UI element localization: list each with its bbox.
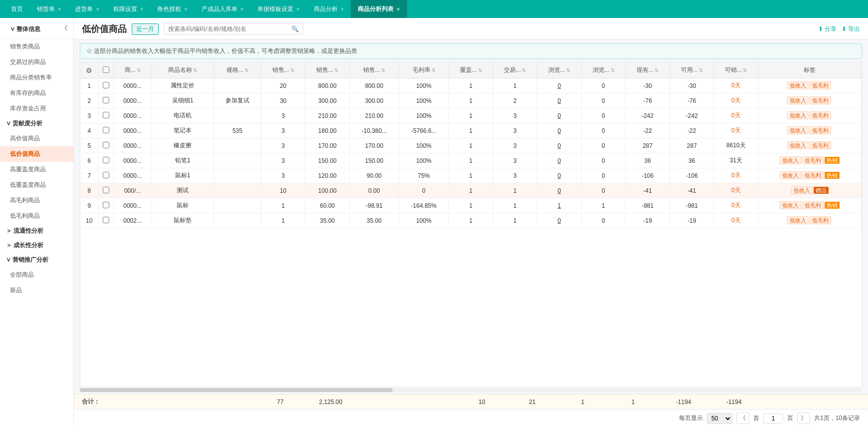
close-icon[interactable]: × xyxy=(184,6,187,12)
cell-stock1: -22 xyxy=(626,123,670,138)
th-sales-qty[interactable]: 销售...⇅ xyxy=(261,62,305,78)
nav-role-auth[interactable]: 角色授权 × xyxy=(150,0,194,18)
row-checkbox[interactable] xyxy=(103,187,109,193)
horizontal-scrollbar[interactable] xyxy=(80,388,862,392)
sidebar-item-stock-goods[interactable]: 有库存的商品 xyxy=(0,85,73,101)
select-all-checkbox[interactable] xyxy=(103,66,109,73)
sidebar-item-new-goods[interactable]: 新品 xyxy=(0,283,73,298)
sidebar-item-high-margin[interactable]: 高毛利商品 xyxy=(0,193,73,208)
th-gross-rate[interactable]: 毛利率⇅ xyxy=(399,62,449,78)
row-checkbox[interactable] xyxy=(103,82,109,88)
page-number-input[interactable] xyxy=(763,414,783,424)
row-checkbox[interactable] xyxy=(103,142,109,148)
export-button[interactable]: ⬇ 导出 xyxy=(842,25,860,33)
last-page-button[interactable]: 》 xyxy=(797,413,810,424)
nav-template-settings[interactable]: 单据模板设置 × xyxy=(250,0,306,18)
views-link[interactable]: 0 xyxy=(558,112,561,119)
footer-label: 合计： xyxy=(82,398,100,406)
views-link[interactable]: 0 xyxy=(558,82,561,89)
close-icon[interactable]: × xyxy=(58,6,61,12)
nav-home[interactable]: 首页 xyxy=(4,0,30,18)
row-checkbox[interactable] xyxy=(103,157,109,163)
th-stock1[interactable]: 现有...⇅ xyxy=(626,62,670,78)
sidebar-item-category-sales[interactable]: 商品分类销售率 xyxy=(0,70,73,85)
cell-checkbox[interactable] xyxy=(98,93,113,108)
views-link[interactable]: 0 xyxy=(558,142,561,149)
cell-checkbox[interactable] xyxy=(98,213,113,228)
th-settings[interactable]: ⚙ xyxy=(80,62,98,78)
row-checkbox[interactable] xyxy=(103,112,109,118)
tag-hot: 热销 xyxy=(825,202,840,209)
close-icon[interactable]: × xyxy=(96,6,99,12)
close-icon[interactable]: × xyxy=(397,6,400,12)
row-checkbox[interactable] xyxy=(103,217,109,223)
row-checkbox[interactable] xyxy=(103,97,109,103)
sidebar-item-low-value[interactable]: 低价值商品 xyxy=(0,146,73,162)
th-available[interactable]: 可用...⇅ xyxy=(670,62,714,78)
scrollbar-thumb[interactable] xyxy=(80,388,393,392)
sidebar-item-sales-goods[interactable]: 销售类商品 xyxy=(0,39,73,54)
cell-gross-rate: 100% xyxy=(399,93,449,108)
views-link[interactable]: 1 xyxy=(558,202,561,209)
row-checkbox[interactable] xyxy=(103,202,109,208)
close-icon[interactable]: × xyxy=(240,6,243,12)
row-checkbox[interactable] xyxy=(103,172,109,178)
close-icon[interactable]: × xyxy=(296,6,299,12)
cell-checkbox[interactable] xyxy=(98,123,113,138)
search-input[interactable] xyxy=(168,25,291,32)
cell-checkbox[interactable] xyxy=(98,198,113,213)
sidebar-item-all-goods[interactable]: 全部商品 xyxy=(0,267,73,283)
views-link[interactable]: 0 xyxy=(558,97,561,104)
time-tag-button[interactable]: 近一月 xyxy=(132,23,159,35)
cell-tags: 低收入低毛利热销 xyxy=(758,198,862,213)
th-tags[interactable]: 标签 xyxy=(758,62,862,78)
nav-finished-goods[interactable]: 产成品入库单 × xyxy=(195,0,250,18)
th-checkbox[interactable] xyxy=(98,62,113,78)
sidebar-item-high-coverage[interactable]: 高覆盖度商品 xyxy=(0,162,73,177)
close-icon[interactable]: × xyxy=(140,6,143,12)
th-saleable[interactable]: 可销...⇅ xyxy=(714,62,758,78)
first-page-button[interactable]: 《 xyxy=(736,413,749,424)
share-button[interactable]: ⬆ 分享 xyxy=(818,25,837,33)
views-link[interactable]: 0 xyxy=(558,187,561,194)
views-link[interactable]: 0 xyxy=(558,172,561,179)
th-sales-amt[interactable]: 销售...⇅ xyxy=(305,62,350,78)
sidebar-item-high-value[interactable]: 高价值商品 xyxy=(0,131,73,146)
cell-stock1: -981 xyxy=(626,198,670,213)
cell-checkbox[interactable] xyxy=(98,168,113,183)
th-views2[interactable]: 浏览...⇅ xyxy=(581,62,626,78)
th-coverage[interactable]: 覆盖...⇅ xyxy=(449,62,493,78)
cell-checkbox[interactable] xyxy=(98,108,113,123)
views-link[interactable]: 0 xyxy=(558,127,561,134)
cell-checkbox[interactable] xyxy=(98,138,113,153)
th-spec[interactable]: 规格...⇅ xyxy=(214,62,261,78)
row-checkbox[interactable] xyxy=(103,127,109,133)
cell-checkbox[interactable] xyxy=(98,183,113,198)
cell-checkbox[interactable] xyxy=(98,153,113,168)
views-link[interactable]: 0 xyxy=(558,217,561,224)
search-icon[interactable]: 🔍 xyxy=(291,25,299,32)
sidebar-collapse-btn[interactable]: 《 xyxy=(61,24,67,32)
total-info: 共1页，10条记录 xyxy=(814,414,860,423)
th-sales-pct[interactable]: 销售...⇅ xyxy=(350,62,399,78)
sidebar-item-low-coverage[interactable]: 低覆盖度商品 xyxy=(0,177,73,193)
th-transactions[interactable]: 交易...⇅ xyxy=(493,62,537,78)
close-icon[interactable]: × xyxy=(341,6,344,12)
cell-code: 0000... xyxy=(113,108,152,123)
footer-stock1: -1194 xyxy=(658,399,709,406)
nav-purchase-order[interactable]: 进货单 × xyxy=(68,0,106,18)
th-views1[interactable]: 浏览...⇅ xyxy=(537,62,582,78)
views-link[interactable]: 0 xyxy=(558,157,561,164)
sidebar-item-traded-goods[interactable]: 交易过的商品 xyxy=(0,54,73,70)
nav-sales-order[interactable]: 销货单 × xyxy=(30,0,68,18)
page-title: 低价值商品 xyxy=(82,23,127,35)
page-size-select[interactable]: 50 100 xyxy=(707,413,732,424)
nav-product-analysis[interactable]: 商品分析 × xyxy=(307,0,351,18)
th-name[interactable]: 商品名称⇅ xyxy=(152,62,214,78)
sidebar-item-stock-capital[interactable]: 库存资金占用 xyxy=(0,101,73,116)
nav-permissions[interactable]: 权限设置 × xyxy=(106,0,150,18)
cell-checkbox[interactable] xyxy=(98,78,113,93)
sidebar-item-low-margin[interactable]: 低毛利商品 xyxy=(0,208,73,224)
nav-product-analysis-list[interactable]: 商品分析列表 × xyxy=(351,0,407,18)
th-code[interactable]: 商...⇅ xyxy=(113,62,152,78)
